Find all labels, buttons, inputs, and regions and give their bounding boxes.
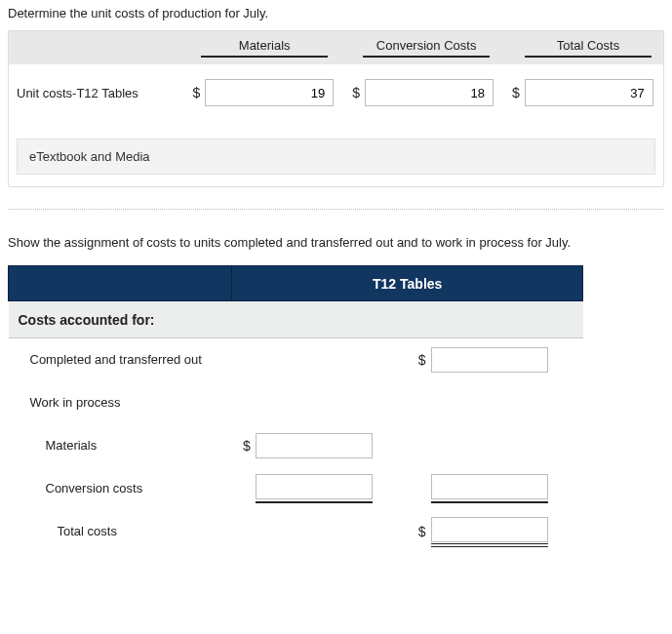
col-header-materials: Materials [201,38,328,58]
input-materials-unit-cost[interactable] [205,79,334,106]
row-label-total-costs: Total costs [9,510,232,553]
currency-symbol: $ [507,85,525,100]
currency-symbol: $ [238,438,256,454]
prompt-cost-assignment: Show the assignment of costs to units co… [8,235,664,265]
unit-costs-data-row: Unit costs-T12 Tables $ $ $ [9,64,663,121]
table-header-blank [9,266,232,301]
input-wip-conversion-col2[interactable] [431,474,548,499]
input-wip-materials[interactable] [256,433,373,458]
row-label-conversion: Conversion costs [9,467,232,510]
input-total-unit-cost[interactable] [525,79,653,106]
table-header-title: T12 Tables [232,266,583,301]
prompt-unit-costs: Determine the unit costs of production f… [8,4,664,30]
cost-assignment-table: T12 Tables Costs accounted for: Complete… [8,265,583,553]
section-costs-accounted-for: Costs accounted for: [9,301,583,338]
input-conversion-unit-cost[interactable] [365,79,494,106]
row-label-wip: Work in process [9,381,232,424]
row-label-completed: Completed and transferred out [9,338,232,381]
col-header-total: Total Costs [525,38,652,58]
input-completed-transferred-out[interactable] [431,347,548,373]
currency-symbol: $ [414,524,431,539]
currency-symbol: $ [347,85,365,100]
currency-symbol: $ [414,352,431,368]
etextbook-and-media-button[interactable]: eTextbook and Media [17,139,655,175]
section-divider [8,209,664,210]
row-label-materials: Materials [9,424,232,467]
col-header-conversion: Conversion Costs [363,38,490,58]
input-total-costs[interactable] [431,517,548,542]
currency-symbol: $ [187,85,205,100]
unit-costs-header-row: Materials Conversion Costs Total Costs [9,31,663,64]
unit-costs-row-label: Unit costs-T12 Tables [17,86,187,100]
unit-costs-panel: Materials Conversion Costs Total Costs U… [8,30,664,187]
input-wip-conversion-col1[interactable] [256,474,373,499]
